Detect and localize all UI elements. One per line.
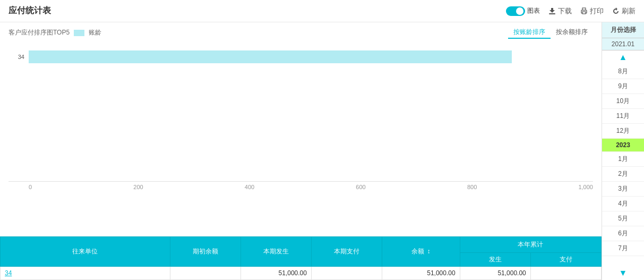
col-header-year-occur: 发生 — [460, 253, 530, 267]
refresh-label: 刷新 — [622, 6, 636, 16]
cell-year-occur: 51,000.00 — [460, 267, 530, 280]
col-header-current-pay: 本期支付 — [311, 237, 382, 267]
chart-header: 客户应付排序图TOP5 账龄 按账龄排序 按余额排序 — [0, 22, 602, 41]
sidebar-month-12[interactable]: 12月 — [602, 124, 644, 139]
chart-toggle[interactable] — [506, 6, 525, 16]
chart-toggle-wrap: 图表 — [506, 6, 540, 16]
balance-label: 余额 — [411, 248, 424, 255]
col-header-current-occur: 本期发生 — [241, 237, 311, 267]
sort-tab-balance[interactable]: 按余额排序 — [551, 27, 593, 39]
x-axis-600: 600 — [356, 184, 365, 190]
cell-current-occur: 51,000.00 — [241, 267, 311, 280]
bar-track: 856天 — [29, 50, 593, 63]
sidebar-month-list: 8月 9月 10月 11月 12月 2023 1月 2月 3月 4月 5月 6月… — [602, 64, 644, 266]
x-axis: 0 200 400 600 800 1,000 — [8, 181, 593, 190]
page-title: 应付统计表 — [8, 5, 51, 16]
sidebar-month-6[interactable]: 6月 — [602, 226, 644, 241]
refresh-icon — [612, 7, 620, 15]
sidebar-month-1[interactable]: 1月 — [602, 152, 644, 167]
sidebar-month-5[interactable]: 5月 — [602, 211, 644, 226]
sidebar-month-4[interactable]: 4月 — [602, 197, 644, 211]
sidebar-month-11[interactable]: 11月 — [602, 109, 644, 124]
sidebar-month-8[interactable]: 8月 — [602, 64, 644, 79]
bar-row: 34 856天 — [8, 46, 593, 67]
sort-tab-amount[interactable]: 按账龄排序 — [508, 27, 551, 39]
svg-rect-0 — [549, 13, 555, 14]
col-header-year-pay: 支付 — [530, 253, 601, 267]
table-header-row: 往来单位 期初余额 本期发生 本期支付 余额 ↕ 本年累计 — [1, 237, 602, 253]
bar-fill — [29, 50, 512, 63]
chart-sort-tabs: 按账龄排序 按余额排序 — [508, 27, 593, 39]
col-header-balance: 余额 ↕ — [382, 237, 460, 267]
cell-opening — [170, 267, 241, 280]
download-label: 下载 — [558, 6, 572, 16]
chart-legend: 客户应付排序图TOP5 账龄 — [8, 28, 101, 37]
sidebar-year-label[interactable]: 2021.01 — [602, 38, 644, 50]
legend-box-label: 账龄 — [89, 28, 101, 37]
print-button[interactable]: 打印 — [580, 6, 604, 16]
legend-title: 客户应付排序图TOP5 — [8, 28, 70, 37]
col-header-year-total: 本年累计 — [460, 237, 601, 253]
chart-section: 客户应付排序图TOP5 账龄 按账龄排序 按余额排序 34 — [0, 22, 602, 280]
table-row: 34 51,000.00 51,000.00 51,000.00 — [1, 267, 602, 280]
x-axis-800: 800 — [467, 184, 477, 190]
table-section: 往来单位 期初余额 本期发生 本期支付 余额 ↕ 本年累计 发生 — [0, 236, 602, 280]
right-sidebar: 月份选择 2021.01 ▲ 8月 9月 10月 11月 12月 2023 1月… — [602, 22, 644, 280]
legend-box — [74, 30, 84, 36]
sidebar-header: 月份选择 — [602, 22, 644, 38]
sidebar-down-button[interactable]: ▼ — [602, 266, 644, 280]
sidebar-year-2023[interactable]: 2023 — [602, 139, 644, 152]
bar-id-label: 34 — [8, 54, 24, 60]
content-area: 客户应付排序图TOP5 账龄 按账龄排序 按余额排序 34 — [0, 22, 644, 280]
x-axis-0: 0 — [29, 184, 32, 190]
header: 应付统计表 图表 下载 打印 刷新 — [0, 0, 644, 22]
sort-icon[interactable]: ↕ — [427, 248, 431, 255]
sidebar-month-10[interactable]: 10月 — [602, 94, 644, 109]
sidebar-month-9[interactable]: 9月 — [602, 79, 644, 94]
sidebar-up-button[interactable]: ▲ — [602, 50, 644, 64]
bar-chart: 34 856天 — [8, 41, 593, 179]
header-actions: 图表 下载 打印 刷新 — [506, 6, 636, 16]
sidebar-month-2[interactable]: 2月 — [602, 167, 644, 182]
download-button[interactable]: 下载 — [548, 6, 572, 16]
x-axis-200: 200 — [133, 184, 143, 190]
chart-area: 34 856天 0 200 400 600 800 1,000 — [0, 41, 602, 236]
print-label: 打印 — [590, 6, 604, 16]
download-icon — [548, 7, 556, 15]
x-axis-1000: 1,000 — [578, 184, 593, 190]
unit-link[interactable]: 34 — [5, 269, 12, 277]
cell-balance: 51,000.00 — [382, 267, 460, 280]
print-icon — [580, 7, 588, 15]
refresh-button[interactable]: 刷新 — [612, 6, 636, 16]
sidebar-month-7[interactable]: 7月 — [602, 241, 644, 256]
col-header-opening: 期初余额 — [170, 237, 241, 267]
toggle-knob — [516, 7, 523, 15]
x-axis-400: 400 — [245, 184, 254, 190]
toggle-label: 图表 — [527, 6, 540, 15]
svg-rect-2 — [582, 8, 586, 10]
cell-current-pay — [311, 267, 382, 280]
data-table: 往来单位 期初余额 本期发生 本期支付 余额 ↕ 本年累计 发生 — [0, 236, 602, 280]
sidebar-month-3[interactable]: 3月 — [602, 182, 644, 197]
cell-year-pay — [530, 267, 601, 280]
cell-unit: 34 — [1, 267, 170, 280]
col-header-unit: 往来单位 — [1, 237, 170, 267]
svg-rect-3 — [582, 12, 586, 14]
